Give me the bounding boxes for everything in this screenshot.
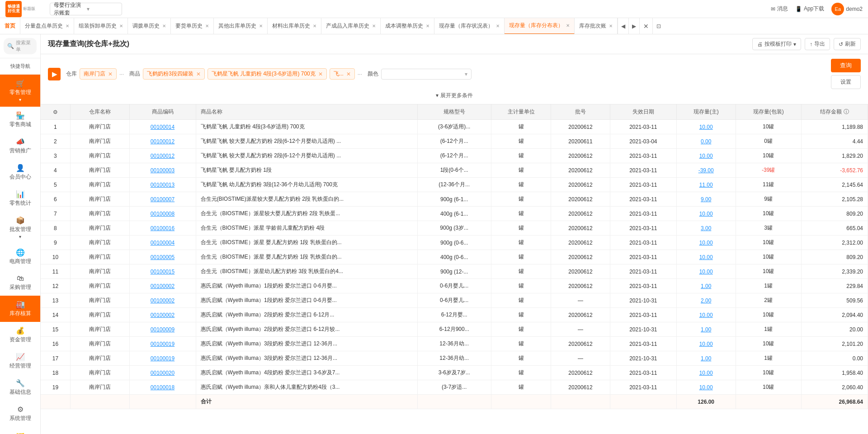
code-cell[interactable]: 00100002 (129, 308, 196, 322)
tab-other[interactable]: 其他出库单历史 ✕ (214, 18, 268, 34)
settings-col-header[interactable]: ⚙ (41, 104, 70, 120)
qty-main-cell[interactable]: -39.00 (676, 163, 736, 178)
qty-main-cell[interactable]: 9.00 (676, 192, 736, 207)
code-cell[interactable]: 00100014 (129, 120, 196, 134)
code-cell[interactable]: 00100012 (129, 134, 196, 149)
qty-main-cell[interactable]: 1.00 (676, 322, 736, 337)
tab-close-icon[interactable]: ✕ (162, 24, 166, 28)
product-tag-close-icon[interactable]: ✕ (318, 71, 323, 77)
tab-material[interactable]: 材料出库单历史 ✕ (268, 18, 321, 34)
query-button[interactable]: 查询 (831, 59, 861, 72)
app-download-button[interactable]: 📱 App下载 (795, 5, 824, 13)
code-cell[interactable]: 00100005 (129, 250, 196, 264)
sidebar-item-marketing[interactable]: 📣 营销推广 (0, 133, 40, 159)
qty-main-cell[interactable]: 10.00 (676, 207, 736, 221)
tab-close-icon[interactable]: ✕ (205, 24, 209, 28)
tab-req[interactable]: 要货单历史 ✕ (171, 18, 214, 34)
product-filter-tag-1[interactable]: 飞鹤奶粉3段四罐装 ✕ (143, 68, 205, 80)
tab-maximize-button[interactable]: ⊡ (652, 18, 665, 34)
tab-close-icon[interactable]: ✕ (566, 23, 570, 28)
tab-close-icon[interactable]: ✕ (372, 24, 376, 28)
code-cell[interactable]: 00100004 (129, 236, 196, 250)
export-button[interactable]: ↑ 导出 (805, 38, 830, 50)
sidebar-item-purchase[interactable]: 🛍 采购管理 (0, 270, 40, 296)
sidebar-item-member[interactable]: 👤 会员中心 (0, 159, 40, 185)
tab-close-icon[interactable]: ✕ (496, 24, 500, 28)
code-cell[interactable]: 00100012 (129, 149, 196, 163)
sidebar-item-wholesale[interactable]: 📦 批发管理 ▾ (0, 212, 40, 244)
tab-prev-button[interactable]: ◀ (618, 18, 628, 34)
tab-cost[interactable]: 成本调整单历史 ✕ (381, 18, 434, 34)
expand-more-button[interactable]: ▾ 展开更多条件 (48, 92, 861, 99)
sidebar-item-operation[interactable]: 📈 经营管理 (0, 348, 40, 374)
tab-adjust[interactable]: 调拨单历史 ✕ (128, 18, 171, 34)
warehouse-tag-close-icon[interactable]: ✕ (108, 71, 113, 77)
warehouse-filter-tag[interactable]: 南岸门店 ✕ (80, 68, 117, 80)
code-cell[interactable]: 00100015 (129, 264, 196, 279)
sidebar-item-retail-mgmt[interactable]: 🛒 零售管理 ▾ (0, 75, 40, 107)
code-cell[interactable]: 00100002 (129, 293, 196, 308)
tab-stock2[interactable]: 现存量（库存分布表） ✕ (505, 18, 575, 34)
qty-main-cell[interactable]: 10.00 (676, 308, 736, 322)
quick-nav-button[interactable]: 快捷导航 (0, 60, 40, 72)
product-tag-close-icon[interactable]: ✕ (196, 71, 201, 77)
sidebar-item-enterprise[interactable]: 🤝 企业协同 (0, 427, 40, 434)
sidebar-item-inventory[interactable]: 🏭 库存核算 (0, 296, 40, 322)
tab-split[interactable]: 分量盘点单历史 ✕ (20, 18, 74, 34)
code-cell[interactable]: 00100003 (129, 163, 196, 178)
tab-close-icon[interactable]: ✕ (119, 24, 123, 28)
sidebar-item-ecommerce[interactable]: 🌐 电商管理 (0, 244, 40, 270)
code-cell[interactable]: 00100018 (129, 380, 196, 395)
user-avatar[interactable]: Ea demo2 (831, 3, 863, 15)
qty-main-cell[interactable]: 2.00 (676, 293, 736, 308)
qty-main-cell[interactable]: 10.00 (676, 264, 736, 279)
qty-main-cell[interactable]: 10.00 (676, 337, 736, 351)
code-cell[interactable]: 00100016 (129, 221, 196, 236)
product-more-icon[interactable]: ··· (358, 71, 362, 77)
product-tag-close-icon[interactable]: ✕ (346, 71, 351, 77)
tab-close-icon[interactable]: ✕ (66, 24, 69, 28)
code-cell[interactable]: 00100002 (129, 279, 196, 293)
qty-main-cell[interactable]: 1.00 (676, 279, 736, 293)
message-button[interactable]: ✉ 消息 (771, 5, 788, 13)
search-menu-button[interactable]: 🔍 搜索菜单 (4, 38, 37, 54)
qty-main-cell[interactable]: 1.00 (676, 351, 736, 366)
code-cell[interactable]: 00100019 (129, 337, 196, 351)
tab-close-icon[interactable]: ✕ (313, 24, 316, 28)
qty-main-cell[interactable]: 10.00 (676, 120, 736, 134)
tab-group[interactable]: 组装拆卸单历史 ✕ (74, 18, 128, 34)
tab-next-button[interactable]: ▶ (628, 18, 639, 34)
warehouse-more-icon[interactable]: ··· (119, 71, 124, 77)
product-filter-tag-3[interactable]: 飞... ✕ (330, 68, 355, 80)
product-filter-tag-2[interactable]: 飞鹤星飞帆 儿童奶粉 4段(3-6岁适用) 700克 ✕ (208, 68, 327, 80)
sidebar-item-retail-stats[interactable]: 📊 零售统计 (0, 185, 40, 212)
tab-close-icon[interactable]: ✕ (609, 24, 613, 28)
code-cell[interactable]: 00100020 (129, 366, 196, 380)
tab-stock1[interactable]: 现存量（库存状况表） ✕ (434, 18, 505, 34)
code-cell[interactable]: 00100009 (129, 322, 196, 337)
qty-main-cell[interactable]: 10.00 (676, 380, 736, 395)
sidebar-item-basic[interactable]: 🔧 基础信息 (0, 374, 40, 401)
sidebar-item-finance[interactable]: 💰 资金管理 (0, 322, 40, 348)
tab-batch[interactable]: 库存批次账 ✕ (575, 18, 618, 34)
code-cell[interactable]: 00100013 (129, 178, 196, 192)
tab-home[interactable]: 首页 (0, 18, 20, 34)
tab-close-icon[interactable]: ✕ (426, 24, 429, 28)
qty-main-cell[interactable]: 10.00 (676, 236, 736, 250)
qty-main-cell[interactable]: 10.00 (676, 250, 736, 264)
code-cell[interactable]: 00100008 (129, 207, 196, 221)
sidebar-item-retail-shop[interactable]: 🏪 零售商城 (0, 107, 40, 133)
org-dropdown[interactable]: 母婴行业演示账套 ▾ (50, 3, 122, 15)
tab-close-icon[interactable]: ✕ (259, 24, 263, 28)
color-filter-input[interactable]: ▾ (381, 69, 472, 80)
qty-main-cell[interactable]: 10.00 (676, 366, 736, 380)
filter-expand-button[interactable]: ▶ (48, 68, 61, 80)
code-cell[interactable]: 00100019 (129, 351, 196, 366)
settings-button[interactable]: 设置 (831, 75, 861, 89)
refresh-button[interactable]: ↺ 刷新 (834, 38, 861, 50)
print-button[interactable]: 🖨 按模板打印 ▾ (752, 38, 801, 50)
qty-main-cell[interactable]: 3.00 (676, 221, 736, 236)
sidebar-item-system[interactable]: ⚙ 系统管理 (0, 401, 40, 427)
code-cell[interactable]: 00100007 (129, 192, 196, 207)
tab-produce[interactable]: 产成品入库单历史 ✕ (321, 18, 381, 34)
